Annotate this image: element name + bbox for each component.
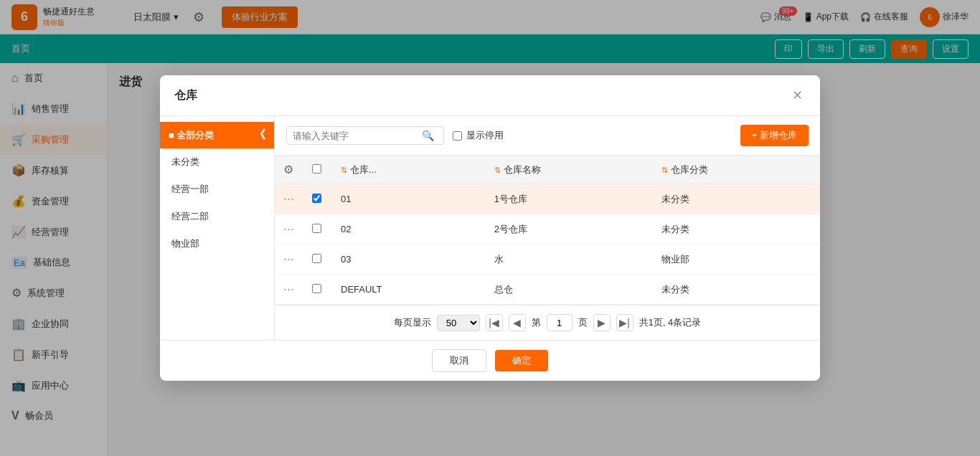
cat-item-uncategorized[interactable]: 未分类	[160, 148, 274, 176]
row-name: 1号仓库	[486, 184, 653, 214]
row-checkbox-cell	[303, 184, 332, 214]
cat-header: ■ 全部分类 《	[160, 122, 274, 148]
warehouse-table: ⚙ ⇅仓库... ⇅仓库名称 ⇅仓库分类 ··· 01	[275, 156, 820, 305]
search-input[interactable]	[293, 130, 422, 141]
cancel-btn[interactable]: 取消	[432, 349, 486, 372]
confirm-btn[interactable]: 确定	[495, 350, 548, 371]
row-name: 总仓	[486, 275, 653, 305]
category-sidebar: ■ 全部分类 《 未分类 经营一部 经营二部 物业部	[160, 116, 275, 340]
search-icon[interactable]: 🔍	[422, 130, 434, 141]
table-header-row: ⚙ ⇅仓库... ⇅仓库名称 ⇅仓库分类	[275, 156, 820, 184]
row-checkbox-cell	[303, 244, 332, 275]
row-checkbox[interactable]	[312, 254, 321, 263]
first-page-btn[interactable]: |◀	[486, 314, 503, 331]
cat-header-label: ■ 全部分类	[169, 129, 214, 142]
row-category: 物业部	[653, 244, 820, 275]
row-code: DEFAULT	[332, 275, 486, 305]
row-checkbox-cell	[303, 275, 332, 305]
row-actions: ···	[275, 184, 303, 214]
th-code: ⇅仓库...	[332, 156, 486, 184]
table-row[interactable]: ··· DEFAULT 总仓 未分类	[275, 275, 820, 305]
page-suffix: 页	[578, 316, 588, 329]
modal-header: 仓库 ✕	[160, 75, 820, 116]
modal-overlay: 仓库 ✕ ■ 全部分类 《 未分类 经营一部 经营二部 物业部	[0, 0, 980, 456]
row-category: 未分类	[653, 184, 820, 214]
table-row[interactable]: ··· 01 1号仓库 未分类	[275, 184, 820, 214]
row-more-btn[interactable]: ···	[283, 191, 294, 206]
show-disabled-checkbox[interactable]	[453, 131, 462, 141]
row-category: 未分类	[653, 214, 820, 244]
warehouse-table-wrap: ⚙ ⇅仓库... ⇅仓库名称 ⇅仓库分类 ··· 01	[275, 156, 820, 305]
cat-collapse-btn[interactable]: 《	[254, 128, 265, 143]
row-more-btn[interactable]: ···	[283, 282, 294, 297]
modal-pagination: 每页显示 50 100 |◀ ◀ 第 页 ▶ ▶| 共1页, 4条记录	[275, 305, 820, 340]
prev-page-btn[interactable]: ◀	[509, 314, 526, 331]
th-name: ⇅仓库名称	[486, 156, 653, 184]
row-checkbox[interactable]	[312, 224, 321, 233]
next-page-btn[interactable]: ▶	[593, 314, 611, 331]
warehouse-table-body: ··· 01 1号仓库 未分类 ··· 02 2号仓库 未分类 ···	[275, 184, 820, 305]
th-category: ⇅仓库分类	[653, 156, 820, 184]
modal-footer: 取消 确定	[160, 340, 820, 381]
row-actions: ···	[275, 275, 303, 305]
row-actions: ···	[275, 214, 303, 244]
modal-body: ■ 全部分类 《 未分类 经营一部 经营二部 物业部 🔍	[160, 116, 820, 340]
row-checkbox[interactable]	[312, 284, 321, 293]
row-more-btn[interactable]: ···	[283, 222, 294, 237]
total-info: 共1页, 4条记录	[639, 316, 702, 329]
th-gear: ⚙	[275, 156, 303, 184]
select-all-checkbox[interactable]	[312, 164, 321, 174]
cat-item-property[interactable]: 物业部	[160, 230, 274, 257]
per-page-select[interactable]: 50 100	[437, 315, 480, 331]
table-row[interactable]: ··· 03 水 物业部	[275, 244, 820, 275]
page-label: 第	[532, 316, 541, 329]
row-code: 01	[332, 184, 486, 214]
modal-title: 仓库	[174, 88, 197, 103]
row-code: 03	[332, 244, 486, 275]
cat-item-ops2[interactable]: 经营二部	[160, 203, 274, 230]
modal-toolbar: 🔍 显示停用 + 新增仓库	[275, 116, 820, 156]
page-input[interactable]	[547, 314, 573, 331]
row-name: 水	[486, 244, 653, 275]
show-disabled-wrap: 显示停用	[453, 129, 504, 142]
show-disabled-label: 显示停用	[466, 129, 504, 142]
add-warehouse-btn[interactable]: + 新增仓库	[740, 125, 809, 146]
row-checkbox[interactable]	[312, 194, 321, 203]
modal-main: 🔍 显示停用 + 新增仓库 ⚙	[275, 116, 820, 340]
warehouse-modal: 仓库 ✕ ■ 全部分类 《 未分类 经营一部 经营二部 物业部	[160, 75, 820, 381]
th-checkbox	[303, 156, 332, 184]
per-page-label: 每页显示	[394, 316, 431, 329]
search-wrap: 🔍	[286, 126, 444, 145]
sort-icon: ⇅	[341, 166, 347, 174]
row-name: 2号仓库	[486, 214, 653, 244]
row-actions: ···	[275, 244, 303, 275]
row-code: 02	[332, 214, 486, 244]
modal-close-btn[interactable]: ✕	[788, 87, 806, 104]
sort-icon-cat: ⇅	[661, 166, 668, 174]
last-page-btn[interactable]: ▶|	[616, 314, 633, 331]
row-more-btn[interactable]: ···	[283, 252, 294, 267]
row-category: 未分类	[653, 275, 820, 305]
sort-icon-name: ⇅	[494, 166, 501, 174]
table-row[interactable]: ··· 02 2号仓库 未分类	[275, 214, 820, 244]
gear-icon: ⚙	[283, 163, 293, 176]
cat-item-ops1[interactable]: 经营一部	[160, 176, 274, 203]
row-checkbox-cell	[303, 214, 332, 244]
